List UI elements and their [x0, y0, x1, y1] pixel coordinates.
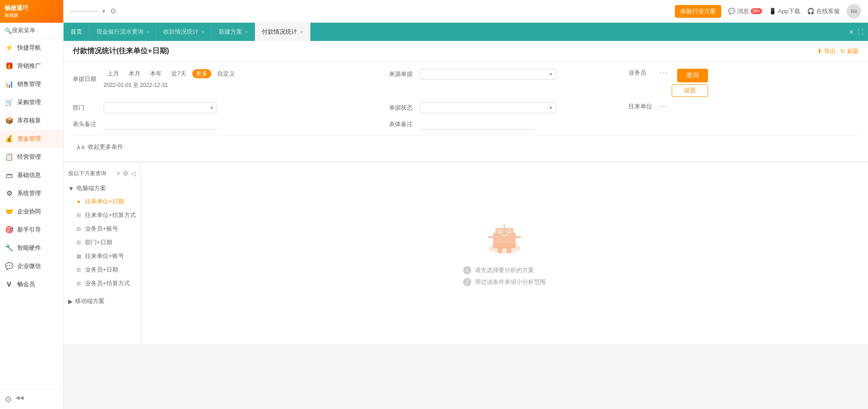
sidebar-item-marketing[interactable]: 🎁 营销推广 [0, 57, 63, 75]
scheme-item-salesperson-settlement[interactable]: ⊞ 业务员+结算方式 [64, 277, 140, 290]
app-download-btn[interactable]: 📱 App下载 [769, 7, 800, 15]
date-tab-lastmonth[interactable]: 上月 [104, 69, 123, 79]
sidebar-item-basic[interactable]: 🗃 基础信息 [0, 166, 63, 184]
collapse-btn[interactable]: ∧∧ 收起更多条件 [73, 139, 127, 155]
collapse-label: 收起更多条件 [88, 143, 123, 151]
query-actions: 查询 设置 [672, 69, 708, 97]
scheme-item-counterparty-account[interactable]: ▦ 往来单位+账号 [64, 249, 140, 263]
sidebar-item-search[interactable]: 🔍 搜索菜单 [0, 23, 63, 39]
tab-home[interactable]: 首页 [64, 23, 90, 41]
source-chevron: ▾ [549, 71, 552, 77]
footer-collapse-icon[interactable]: ◀◀ [15, 394, 24, 404]
trial-btn[interactable]: 体验行业方案 [675, 5, 721, 18]
scheme-item-counterparty-settlement[interactable]: ⊞ 往来单位+结算方式 [64, 208, 140, 222]
sidebar-item-finance[interactable]: 💰 资金管理 [0, 130, 63, 148]
messages-icon: 💬 [728, 8, 735, 15]
body-note-input[interactable] [420, 119, 534, 130]
online-service-btn[interactable]: 🎧 在线客服 [807, 7, 840, 15]
date-tab-7days[interactable]: 近7天 [168, 69, 190, 79]
sidebar-item-quicknav[interactable]: ⚡ 快捷导航 [0, 39, 63, 57]
sidebar-item-hardware[interactable]: 🔧 智能硬件 [0, 239, 63, 257]
voucher-status-select[interactable]: ▾ [420, 102, 556, 113]
settings-gear-icon[interactable]: ⚙ [110, 7, 116, 15]
scheme-item-dept-date[interactable]: ⊞ 部门+日期 [64, 236, 140, 249]
scheme-item-salesperson-date[interactable]: ⊞ 业务员+日期 [64, 263, 140, 277]
scheme-settings-icon[interactable]: ⚙ [123, 170, 129, 177]
sidebar-item-guide[interactable]: 🎯 新手引导 [0, 221, 63, 239]
vip-label: 畅会员 [17, 280, 35, 288]
tab-close-all-icon[interactable]: ✕ [849, 29, 854, 35]
refresh-btn[interactable]: ↻ 刷新 [840, 47, 859, 56]
tab-cashflow-close[interactable]: × [146, 29, 149, 35]
sidebar-item-inventory[interactable]: 📦 库存核算 [0, 111, 63, 130]
tab-cashflow[interactable]: 现金银行流水查询 × [90, 23, 156, 41]
mobile-group-title[interactable]: ▶ 移动端方案 [64, 295, 140, 308]
pc-group-title[interactable]: ▼ 电脑端方案 [64, 182, 140, 195]
date-tab-thismonth[interactable]: 本月 [125, 69, 144, 79]
hardware-icon: 🔧 [5, 243, 14, 252]
scheme-label-counterparty-settlement: 往来单位+结算方式 [85, 211, 136, 219]
tab-newscheme-close[interactable]: × [245, 29, 248, 35]
tab-payment[interactable]: 付款情况统计 × [255, 23, 310, 41]
refresh-label: 刷新 [847, 47, 859, 56]
tab-newscheme[interactable]: 新建方案 × [212, 23, 255, 41]
scheme-panel-title: 按以下方案查询 [68, 170, 106, 177]
dropdown-chevron[interactable]: ▾ [102, 8, 105, 15]
sidebar-item-coop[interactable]: 🤝 企业协同 [0, 202, 63, 221]
date-range: 2022-01-01 至 2022-12-31 [104, 81, 168, 89]
tab-payment-close[interactable]: × [300, 29, 303, 35]
filter-date: 单据日期 上月 本月 本年 近7天 更多 自定义 2022-01-01 至 20… [73, 69, 380, 89]
tab-receipt[interactable]: 收款情况统计 × [156, 23, 211, 41]
top-bar-right: 体验行业方案 💬 消息 99+ 📱 App下载 🎧 在线客服 Rit [675, 4, 861, 19]
results-area: 1 请先选择要分析的方案 2 用过滤条件来缩小分析范围 [141, 162, 868, 344]
export-icon: ⬆ [817, 48, 822, 55]
sidebar-item-sales[interactable]: 📊 销售管理 [0, 75, 63, 93]
tab-newscheme-label: 新建方案 [219, 28, 242, 36]
wechat-label: 企业微信 [17, 262, 41, 270]
coop-icon: 🤝 [5, 207, 14, 216]
scheme-item-salesperson-account[interactable]: ⊞ 业务员+账号 [64, 222, 140, 236]
body-note-label: 表体备注 [389, 120, 416, 128]
scheme-label-counterparty-date: 往来单位+日期 [85, 197, 124, 206]
dept-select[interactable]: ▾ [104, 102, 217, 113]
content-area: 按以下方案查询 + ⚙ ◁ ▼ 电脑端方案 ● 往来单位+日期 [64, 162, 868, 344]
filter-panel: 单据日期 上月 本月 本年 近7天 更多 自定义 2022-01-01 至 20… [64, 62, 868, 162]
add-scheme-icon[interactable]: + [116, 169, 120, 177]
scheme-item-counterparty-date[interactable]: ● 往来单位+日期 [64, 195, 140, 208]
sidebar-item-operation[interactable]: 📋 经营管理 [0, 148, 63, 166]
svg-point-12 [503, 224, 506, 227]
scheme-collapse-icon[interactable]: ◁ [131, 170, 136, 177]
export-btn[interactable]: ⬆ 导出 [817, 47, 836, 56]
sidebar-item-wechat[interactable]: 💬 企业微信 [0, 257, 63, 275]
mobile-scheme-group: ▶ 移动端方案 [64, 293, 140, 310]
service-icon: 🎧 [807, 8, 814, 15]
salesperson-dots[interactable]: ··· [659, 69, 668, 77]
date-tab-more[interactable]: 更多 [192, 69, 211, 78]
sidebar-item-purchase[interactable]: 🛒 采购管理 [0, 93, 63, 111]
date-tab-thisyear[interactable]: 本年 [146, 69, 165, 79]
tab-home-label: 首页 [70, 28, 82, 36]
date-tab-custom[interactable]: 自定义 [214, 69, 239, 79]
scheme-table-icon-1: ⊞ [75, 212, 82, 219]
counterparty-dots[interactable]: ··· [659, 102, 668, 111]
empty-svg [482, 219, 527, 255]
footer-settings-icon[interactable]: ⚙ [5, 394, 12, 404]
tip-num-1: 1 [463, 266, 471, 274]
date-tabs: 上月 本月 本年 近7天 更多 自定义 [104, 69, 239, 79]
search-label: 搜索菜单 [12, 26, 35, 35]
header-note-input[interactable] [104, 119, 217, 130]
sidebar-item-vip[interactable]: V 畅会员 [0, 275, 63, 293]
settings-btn[interactable]: 设置 [672, 84, 708, 97]
user-avatar[interactable]: Rit [847, 4, 861, 19]
tip-text-1: 请先选择要分析的方案 [475, 264, 534, 276]
refresh-icon: ↻ [840, 48, 845, 55]
messages-btn[interactable]: 💬 消息 99+ [728, 7, 762, 15]
tab-receipt-close[interactable]: × [201, 29, 204, 35]
tab-expand-icon[interactable]: ⛶ [858, 29, 863, 35]
query-btn[interactable]: 查询 [677, 69, 708, 82]
source-select[interactable]: ▾ [420, 69, 556, 80]
scheme-panel: 按以下方案查询 + ⚙ ◁ ▼ 电脑端方案 ● 往来单位+日期 [64, 162, 141, 344]
tab-cashflow-label: 现金银行流水查询 [96, 28, 144, 36]
sidebar-item-system[interactable]: ⚙ 系统管理 [0, 184, 63, 202]
filter-salesperson: 业务员 ··· 查询 设置 [629, 69, 859, 97]
